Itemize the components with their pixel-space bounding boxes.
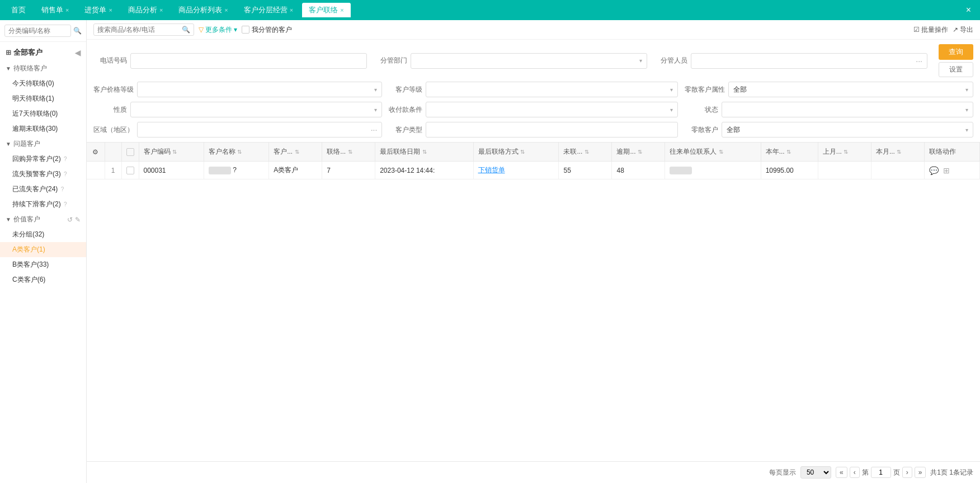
link-icon[interactable]: ⊞: [943, 166, 950, 175]
col-this-year[interactable]: 本年... ⇅: [761, 143, 818, 162]
col-this-month[interactable]: 本月... ⇅: [871, 143, 924, 162]
col-code[interactable]: 客户编码 ⇅: [139, 143, 204, 162]
filter-phone: 电话号码: [93, 53, 367, 69]
sidebar-item-overdue[interactable]: 逾期未联络(30): [0, 121, 86, 136]
filter-region-select[interactable]: ···: [137, 122, 382, 138]
window-close-button[interactable]: ×: [962, 5, 976, 15]
export-button[interactable]: ↗ 导出: [953, 25, 973, 35]
sidebar-section-value-label: 价值客户: [13, 215, 40, 224]
sidebar-item-overdue-label: 逾期未联络(30): [12, 125, 58, 132]
tab-product-analysis-list-close[interactable]: ×: [224, 7, 228, 13]
sidebar-item-c-class[interactable]: C类客户(6): [0, 272, 86, 287]
col-contacts[interactable]: 联络... ⇅: [322, 143, 375, 162]
chat-icon[interactable]: 💬: [929, 166, 939, 175]
page-size-select[interactable]: 50 100 200: [800, 466, 831, 479]
export-label: 导出: [960, 25, 973, 35]
tab-customer-segment-close[interactable]: ×: [290, 7, 293, 13]
sidebar-section-value[interactable]: ▼ 价值客户 ↺ ✎: [0, 212, 86, 227]
col-name[interactable]: 客户名称 ⇅: [204, 143, 268, 162]
filter-customer-type-input[interactable]: [426, 122, 677, 138]
col-checkbox[interactable]: [121, 143, 139, 162]
my-customers-checkbox[interactable]: [242, 26, 249, 34]
col-type[interactable]: 客户... ⇅: [269, 143, 322, 162]
sidebar-search-icon[interactable]: 🔍: [73, 27, 82, 35]
sidebar-item-b-class[interactable]: B类客户(33): [0, 257, 86, 272]
tab-sales[interactable]: 销售单 ×: [35, 3, 76, 17]
sidebar-section-pending[interactable]: ▼ 待联络客户: [0, 61, 86, 76]
col-not-contact[interactable]: 未联... ⇅: [559, 143, 612, 162]
sidebar-item-tomorrow[interactable]: 明天待联络(1): [0, 91, 86, 106]
row-not-contact-cell: 55: [559, 162, 612, 179]
filter-phone-input[interactable]: [130, 53, 367, 69]
query-button[interactable]: 查询: [939, 44, 973, 60]
filter-my-customers[interactable]: 我分管的客户: [242, 25, 292, 35]
filter-status-select[interactable]: ▾: [722, 102, 973, 117]
first-page-button[interactable]: «: [836, 467, 847, 478]
filter-payment-select[interactable]: ▾: [426, 102, 677, 117]
tab-customer-contact-close[interactable]: ×: [340, 7, 343, 13]
filter-nature-select[interactable]: ▾: [130, 102, 382, 117]
col-this-month-sort-icon: ⇅: [897, 149, 901, 155]
sidebar-item-ungrouped[interactable]: 未分组(32): [0, 227, 86, 242]
tab-home[interactable]: 首页: [4, 3, 32, 17]
prev-page-button[interactable]: ‹: [850, 467, 860, 478]
sidebar-item-declining[interactable]: 持续下滑客户(2) ?: [0, 197, 86, 212]
sidebar-search-input[interactable]: [4, 25, 71, 37]
tab-product-analysis-close[interactable]: ×: [159, 7, 163, 13]
adv-filter-row-3: 性质 ▾ 收付款条件 ▾ 状态: [93, 102, 973, 117]
col-last-month-label: 上月...: [823, 148, 842, 155]
sidebar-item-7days[interactable]: 近7天待联络(0): [0, 106, 86, 121]
page-label: 第: [862, 468, 869, 477]
sidebar-item-repurchase-abnormal[interactable]: 回购异常客户(2) ?: [0, 151, 86, 167]
col-contact-person[interactable]: 往来单位联系人 ⇅: [665, 143, 761, 162]
tab-purchase-close[interactable]: ×: [109, 7, 112, 13]
action-icons: 💬 ⊞: [929, 166, 975, 175]
refresh-icon[interactable]: ↺: [67, 216, 73, 224]
sidebar-item-today[interactable]: 今天待联络(0): [0, 76, 86, 91]
tab-product-analysis-list[interactable]: 商品分析列表 ×: [172, 3, 234, 17]
filter-retail-select[interactable]: 全部 ▾: [722, 122, 973, 138]
col-last-method[interactable]: 最后联络方式 ⇅: [473, 143, 559, 162]
tab-product-analysis[interactable]: 商品分析 ×: [121, 3, 169, 17]
col-last-month-sort-icon: ⇅: [844, 149, 848, 155]
sidebar-collapse-button[interactable]: ◀: [75, 49, 81, 57]
col-last-date-label: 最后联络日期: [380, 148, 420, 155]
tab-purchase[interactable]: 进货单 ×: [78, 3, 119, 17]
filter-search-input[interactable]: [97, 26, 180, 34]
row-checkbox-cell[interactable]: [121, 162, 139, 179]
sidebar-item-a-class[interactable]: A类客户(1): [0, 242, 86, 257]
status-caret-icon: ▾: [965, 107, 968, 113]
sidebar-item-churned[interactable]: 已流失客户(24) ?: [0, 182, 86, 197]
filter-person-select[interactable]: ···: [691, 53, 927, 69]
pending-arrow-icon: ▼: [6, 65, 11, 72]
row-last-method[interactable]: 下销货单: [478, 166, 505, 174]
row-checkbox[interactable]: [126, 167, 134, 174]
edit-icon[interactable]: ✎: [75, 216, 81, 224]
col-action: 联络动作: [924, 143, 979, 162]
sidebar-all-customers[interactable]: ⊞ 全部客户 ◀: [0, 44, 86, 61]
tab-sales-close[interactable]: ×: [65, 7, 69, 13]
filter-price-level-select[interactable]: ▾: [137, 82, 382, 97]
tab-product-analysis-list-label: 商品分析列表: [178, 5, 222, 15]
col-settings[interactable]: ⚙: [87, 143, 105, 162]
sidebar-section-problem[interactable]: ▼ 问题客户: [0, 136, 86, 151]
col-overdue[interactable]: 逾期... ⇅: [612, 143, 665, 162]
filter-customer-level-select[interactable]: ▾: [426, 82, 677, 97]
select-all-checkbox[interactable]: [126, 148, 134, 156]
tab-customer-segment[interactable]: 客户分层经营 ×: [237, 3, 300, 17]
tab-customer-contact[interactable]: 客户联络 ×: [302, 3, 350, 17]
col-last-month[interactable]: 上月... ⇅: [818, 143, 871, 162]
last-page-button[interactable]: »: [915, 467, 926, 478]
filter-status: 状态 ▾: [685, 102, 973, 117]
page-number-input[interactable]: [871, 467, 891, 478]
next-page-button[interactable]: ›: [902, 467, 912, 478]
batch-operation-button[interactable]: ☑ 批量操作: [913, 25, 948, 35]
col-contacts-label: 联络...: [327, 148, 346, 155]
setting-button[interactable]: 设置: [939, 62, 973, 77]
filter-search-icon[interactable]: 🔍: [182, 26, 190, 34]
col-last-date[interactable]: 最后联络日期 ⇅: [375, 143, 473, 162]
filter-dept-select[interactable]: ▾: [411, 53, 647, 69]
sidebar-item-churn-warning[interactable]: 流失预警客户(3) ?: [0, 167, 86, 182]
filter-more-conditions[interactable]: ▽ 更多条件 ▾: [199, 25, 237, 35]
filter-retail-attr-select[interactable]: 全部 ▾: [728, 82, 973, 97]
